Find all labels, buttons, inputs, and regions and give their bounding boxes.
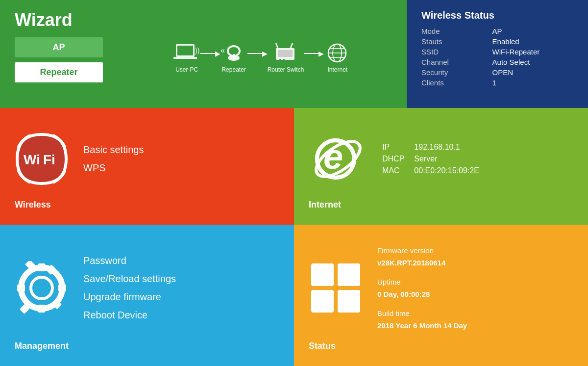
svg-rect-33 bbox=[58, 285, 66, 291]
svg-point-13 bbox=[279, 59, 281, 61]
router-label: Router Switch bbox=[268, 66, 304, 73]
status-label: Status bbox=[309, 341, 573, 351]
main-grid: Wi Fi Basic settings WPS bbox=[0, 108, 588, 366]
ws-key-channel: Channel bbox=[421, 58, 483, 66]
ws-key-ssid: SSID bbox=[421, 48, 483, 56]
svg-rect-8 bbox=[233, 54, 235, 59]
uptime-label: Uptime bbox=[377, 278, 467, 286]
pc-icon: )) bbox=[173, 42, 200, 64]
svg-rect-1 bbox=[177, 46, 193, 55]
status-content: Firmware version v28K.RPT.20180614 Uptim… bbox=[309, 239, 573, 336]
internet-content: e IP 192.168.10.1 DHCP Server MAC 00:E0:… bbox=[309, 123, 573, 195]
ws-key-stauts: Stauts bbox=[421, 37, 483, 46]
diagram-router: Router Switch bbox=[268, 42, 304, 73]
mac-key: MAC bbox=[382, 166, 404, 175]
svg-line-12 bbox=[291, 43, 293, 48]
windows-logo bbox=[309, 261, 363, 315]
svg-rect-31 bbox=[38, 263, 45, 271]
ws-val-channel: Auto Select bbox=[492, 58, 573, 66]
ws-key-mode: Mode bbox=[421, 27, 483, 35]
firmware-val: v28K.RPT.20180614 bbox=[377, 259, 467, 267]
ie-icon: e bbox=[309, 130, 368, 188]
firmware-label: Firmware version bbox=[377, 246, 467, 255]
wireless-status-table: ModeAPStautsEnabledSSIDWiFi-RepeaterChan… bbox=[421, 27, 573, 87]
status-info: Firmware version v28K.RPT.20180614 Uptim… bbox=[377, 246, 467, 330]
pc-label: User-PC bbox=[175, 66, 198, 73]
management-links: Password Save/Reload settings Upgrade fi… bbox=[83, 255, 176, 321]
svg-rect-2 bbox=[173, 57, 197, 59]
upgrade-firmware-link[interactable]: Upgrade firmware bbox=[83, 291, 176, 303]
svg-text:)): )) bbox=[195, 47, 199, 54]
svg-text:«: « bbox=[220, 46, 225, 54]
wireless-label: Wireless bbox=[15, 200, 279, 210]
wireless-links: Basic settings WPS bbox=[83, 144, 144, 174]
svg-rect-40 bbox=[338, 263, 360, 286]
ws-val-security: OPEN bbox=[492, 68, 573, 77]
ws-val-clients: 1 bbox=[492, 78, 573, 87]
ie-logo: e bbox=[309, 130, 368, 188]
windows-icon bbox=[309, 261, 363, 315]
internet-label: Internet bbox=[327, 66, 347, 73]
build-val: 2018 Year 6 Month 14 Day bbox=[377, 321, 467, 330]
reboot-device-link[interactable]: Reboot Device bbox=[83, 310, 176, 321]
repeater-icon: « bbox=[220, 42, 247, 64]
internet-label: Internet bbox=[309, 200, 573, 210]
build-label: Build time bbox=[377, 309, 467, 317]
svg-rect-10 bbox=[278, 50, 293, 57]
tile-internet[interactable]: e IP 192.168.10.1 DHCP Server MAC 00:E0:… bbox=[294, 108, 588, 225]
svg-rect-41 bbox=[311, 290, 334, 313]
svg-rect-39 bbox=[311, 263, 334, 286]
svg-rect-32 bbox=[38, 305, 45, 313]
management-content: Password Save/Reload settings Upgrade fi… bbox=[15, 239, 279, 336]
network-diagram: )) User-PC ▶ bbox=[132, 42, 392, 73]
ap-button[interactable]: AP bbox=[15, 37, 103, 57]
gear-icon bbox=[15, 261, 69, 315]
gear-svg-icon bbox=[15, 261, 69, 315]
repeater-label: Repeater bbox=[221, 66, 245, 73]
wireless-status-title: Wireless Status bbox=[421, 10, 573, 21]
management-label: Management bbox=[15, 341, 279, 351]
svg-point-6 bbox=[229, 47, 239, 55]
dhcp-val: Server bbox=[414, 155, 479, 163]
connector-1: ▶ bbox=[200, 50, 220, 57]
mac-val: 00:E0:20:15:09:2E bbox=[414, 166, 479, 175]
uptime-val: 0 Day, 00:00:28 bbox=[377, 290, 467, 298]
ip-val: 192.168.10.1 bbox=[414, 143, 479, 152]
save-reload-link[interactable]: Save/Reload settings bbox=[83, 273, 176, 285]
ws-val-stauts: Enabled bbox=[492, 37, 573, 46]
wizard-buttons: AP Repeater bbox=[15, 37, 103, 82]
svg-text:Fi: Fi bbox=[43, 152, 55, 167]
wireless-status-panel: Wireless Status ModeAPStautsEnabledSSIDW… bbox=[407, 0, 588, 108]
wifi-logo: Wi Fi bbox=[15, 132, 69, 186]
connector-3: ▶ bbox=[304, 50, 324, 57]
wps-link[interactable]: WPS bbox=[83, 162, 144, 174]
diagram-repeater: « Repeater bbox=[220, 42, 247, 73]
router-icon bbox=[272, 42, 299, 64]
tile-management[interactable]: Password Save/Reload settings Upgrade fi… bbox=[0, 225, 294, 366]
wifi-circle-icon: Wi Fi bbox=[15, 132, 69, 186]
ws-val-ssid: WiFi-Repeater bbox=[492, 48, 573, 56]
tile-status[interactable]: Firmware version v28K.RPT.20180614 Uptim… bbox=[294, 225, 588, 366]
internet-info-grid: IP 192.168.10.1 DHCP Server MAC 00:E0:20… bbox=[382, 143, 479, 175]
wizard-title: Wizard bbox=[15, 10, 392, 30]
ws-key-security: Security bbox=[421, 68, 483, 77]
tile-wireless[interactable]: Wi Fi Basic settings WPS bbox=[0, 108, 294, 225]
password-link[interactable]: Password bbox=[83, 255, 176, 266]
svg-point-14 bbox=[283, 59, 285, 61]
diagram-internet: Internet bbox=[324, 42, 351, 73]
svg-rect-42 bbox=[338, 290, 360, 313]
wizard-panel: Wizard AP Repeater )) Us bbox=[0, 0, 407, 108]
svg-text:Wi: Wi bbox=[24, 152, 40, 167]
diagram-pc: )) User-PC bbox=[173, 42, 200, 73]
globe-icon bbox=[324, 42, 351, 64]
basic-settings-link[interactable]: Basic settings bbox=[83, 144, 144, 156]
ws-key-clients: Clients bbox=[421, 78, 483, 87]
svg-text:e: e bbox=[323, 137, 343, 176]
dhcp-key: DHCP bbox=[382, 155, 404, 163]
ip-key: IP bbox=[382, 143, 404, 152]
connector-2: ▶ bbox=[247, 50, 268, 57]
repeater-button[interactable]: Repeater bbox=[15, 62, 103, 82]
wireless-content: Wi Fi Basic settings WPS bbox=[15, 123, 279, 195]
svg-line-11 bbox=[276, 43, 278, 48]
ws-val-mode: AP bbox=[492, 27, 573, 35]
